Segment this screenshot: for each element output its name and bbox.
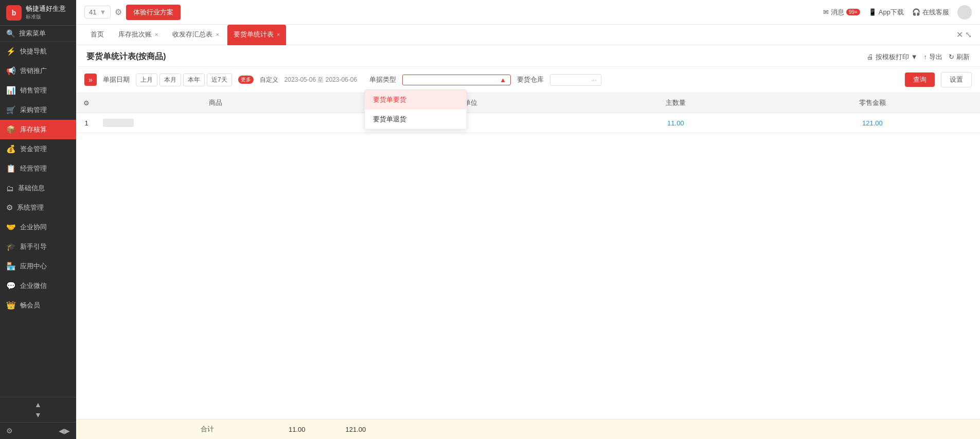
app-download-btn[interactable]: 📱 App下载 [868,8,904,17]
sidebar-label-guide: 新手引导 [20,242,47,251]
sales-icon: 📊 [6,86,16,95]
tab-close-recv-summary[interactable]: × [216,31,219,38]
sidebar-item-basic[interactable]: 🗂基础信息 [0,178,76,198]
cell-product-0 [97,113,334,133]
tab-label-home: 首页 [91,30,104,39]
user-avatar[interactable] [957,5,972,20]
tab-home[interactable]: 首页 [84,25,110,45]
sidebar-item-finance[interactable]: 💰资金管理 [0,139,76,159]
sidebar-item-member[interactable]: 👑畅会员 [0,296,76,315]
search-menu-btn[interactable]: 🔍 搜索菜单 [0,26,76,42]
date-btn-本年[interactable]: 本年 [183,74,205,86]
tab-close-inventory-batch[interactable]: × [155,31,158,38]
sidebar-item-operations[interactable]: 📋经营管理 [0,159,76,178]
trial-btn[interactable]: 体验行业方案 [126,5,181,20]
sidebar-logo: b 畅捷通好生意 标准版 [0,0,76,26]
type-filter-label: 单据类型 [369,75,396,84]
cell-amount-0: 121.00 [765,113,980,133]
expand-tab-btn[interactable]: ⤡ [965,30,972,40]
filter-expand-btn[interactable]: » [84,74,97,86]
sidebar-item-system[interactable]: ⚙系统管理 [0,198,76,217]
tab-inventory-batch[interactable]: 库存批次账× [112,25,164,45]
settings-btn[interactable]: 设置 [941,72,972,87]
sidebar-item-enterprise[interactable]: 🤝企业协同 [0,217,76,237]
message-icon: ✉ [823,8,829,16]
search-btn[interactable]: 查询 [905,72,935,87]
type-input-field[interactable] [407,76,500,84]
settings-footer-btn[interactable]: ⚙ [6,427,13,435]
sidebar-label-basic: 基础信息 [18,184,45,193]
date-btn-本月[interactable]: 本月 [159,74,181,86]
refresh-icon: ↻ [949,53,954,61]
scroll-down-btn[interactable]: ▼ [34,410,42,420]
date-btn-近7天[interactable]: 近7天 [207,74,232,86]
topbar-right: ✉ 消息 99+ 📱 App下载 🎧 在线客服 [823,5,972,20]
sidebar-item-wechat[interactable]: 💬企业微信 [0,276,76,296]
sidebar-item-purchase[interactable]: 🛒采购管理 [0,100,76,120]
tab-close-order-stats[interactable]: × [277,31,280,38]
message-label: 消息 [831,8,844,17]
app-download-label: App下载 [879,8,904,17]
marketing-icon: 📢 [6,66,16,76]
table-header: ⚙ 商品 主计量单位 主数量 零售金额 [76,93,980,113]
print-label: 按模板打印 [876,52,909,62]
col-settings-icon[interactable]: ⚙ [83,99,90,107]
online-service-btn[interactable]: 🎧 在线客服 [912,8,949,17]
guide-icon: 🎓 [6,242,16,251]
operations-icon: 📋 [6,164,16,173]
dropdown-item-order-goods[interactable]: 要货单要货 [365,90,467,109]
finance-icon: 💰 [6,144,16,154]
tab-label-inventory-batch: 库存批次账 [118,30,152,39]
sidebar-item-inventory[interactable]: 📦库存核算 [0,120,76,139]
date-btn-上月[interactable]: 上月 [136,74,157,86]
sidebar-item-marketing[interactable]: 📢营销推广 [0,61,76,81]
dropdown-item-order-return[interactable]: 要货单退货 [365,109,467,129]
sidebar-label-appstore: 应用中心 [20,262,47,271]
page-header: 要货单统计表(按商品) 🖨 按模板打印 ▼ ↑ 导出 ↻ 刷新 [76,45,980,67]
print-btn[interactable]: 🖨 按模板打印 ▼ [867,52,918,62]
collapse-sidebar-btn[interactable]: ◀▶ [59,427,70,435]
page-actions: 🖨 按模板打印 ▼ ↑ 导出 ↻ 刷新 [867,52,970,62]
online-service-label: 在线客服 [922,8,949,17]
main-content: 41 ▼ ⚙ 体验行业方案 ✉ 消息 99+ 📱 App下载 🎧 在线客服 [76,0,980,439]
col-amount: 零售金额 [765,93,980,113]
footer-quantity: 11.00 [214,426,306,433]
sidebar-item-quick-nav[interactable]: ⚡快捷导航 [0,42,76,61]
export-btn[interactable]: ↑ 导出 [924,52,943,62]
type-dropdown-arrow[interactable]: ▲ [500,76,506,84]
message-btn[interactable]: ✉ 消息 99+ [823,8,860,17]
branch-selector[interactable]: 41 ▼ [84,6,111,19]
footer-label: 合计 [82,425,214,434]
custom-date-btn[interactable]: 自定义 [260,76,278,84]
more-dates-badge[interactable]: 更多 [238,76,254,84]
warehouse-filter-input[interactable]: ··· [550,74,601,86]
table-row: 1 块 11.00 121.00 [76,113,980,133]
sidebar-scroll: ▲ ▼ [0,397,76,422]
close-tab-btn[interactable]: ✕ [956,30,963,40]
refresh-label: 刷新 [956,52,970,62]
refresh-btn[interactable]: ↻ 刷新 [949,52,970,62]
tab-recv-summary[interactable]: 收发存汇总表× [166,25,225,45]
branch-selector-arrow: ▼ [99,8,106,16]
topbar-gear-icon[interactable]: ⚙ [115,7,122,17]
tab-order-stats[interactable]: 要货单统计表× [227,25,286,45]
sidebar-label-sales: 销售管理 [20,86,47,95]
scroll-up-btn[interactable]: ▲ [34,399,42,410]
warehouse-filter-label: 要货仓库 [517,75,544,84]
tab-label-recv-summary: 收发存汇总表 [172,30,212,39]
sidebar-label-system: 系统管理 [17,203,44,212]
sidebar-item-sales[interactable]: 📊销售管理 [0,81,76,100]
sidebar-footer: ⚙ ◀▶ [0,422,76,439]
search-menu-label: 搜索菜单 [19,29,46,38]
sidebar-item-appstore[interactable]: 🏪应用中心 [0,257,76,276]
member-icon: 👑 [6,301,16,310]
sidebar-label-inventory: 库存核算 [20,125,47,134]
filter-bar: » 单据日期 上月本月本年近7天 更多 自定义 2023-05-06 至 202… [76,67,980,93]
search-icon: 🔍 [6,29,15,38]
type-filter-input[interactable]: ▲ [402,75,511,85]
data-table: ⚙ 商品 主计量单位 主数量 零售金额 1 块 11.00 121.00 [76,93,980,133]
sidebar-item-guide[interactable]: 🎓新手引导 [0,237,76,257]
sidebar-label-marketing: 营销推广 [20,66,47,76]
service-icon: 🎧 [912,8,920,16]
warehouse-more-icon[interactable]: ··· [591,76,597,84]
